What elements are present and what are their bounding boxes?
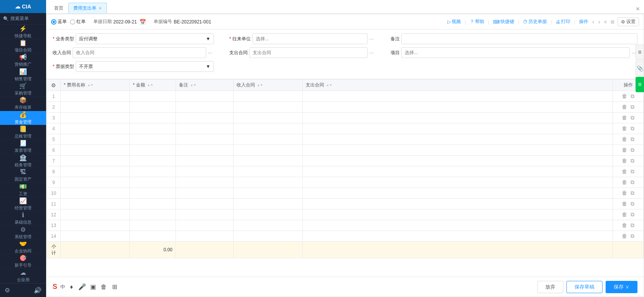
- cell-note[interactable]: [176, 209, 233, 220]
- cell-note[interactable]: [176, 134, 233, 145]
- row-copy-button[interactable]: ⧉: [629, 179, 636, 186]
- cell-expense-contract[interactable]: [303, 220, 613, 231]
- col-header-income-contract[interactable]: 收入合同 ▲▼: [233, 80, 303, 91]
- cell-income-contract[interactable]: [233, 166, 303, 177]
- cell-name[interactable]: [61, 156, 130, 166]
- green-tab-button[interactable]: ≡: [636, 77, 644, 92]
- cell-note[interactable]: [176, 177, 233, 188]
- invoice-type-select[interactable]: 不开票 ▼: [76, 61, 214, 72]
- cell-expense-contract[interactable]: [303, 102, 613, 113]
- cell-amount[interactable]: [130, 209, 176, 220]
- row-copy-button[interactable]: ⧉: [629, 114, 636, 121]
- cell-note[interactable]: [176, 188, 233, 199]
- cell-income-contract[interactable]: [233, 177, 303, 188]
- cell-income-contract[interactable]: [233, 102, 303, 113]
- cell-name[interactable]: [61, 177, 130, 188]
- row-copy-button[interactable]: ⧉: [629, 93, 636, 100]
- nav-next-button[interactable]: ›: [598, 18, 600, 25]
- row-copy-button[interactable]: ⧉: [629, 125, 636, 132]
- video-button[interactable]: ▷ 视频: [447, 18, 461, 25]
- tool-mic-icon[interactable]: 🎤: [78, 282, 87, 292]
- row-delete-button[interactable]: 🗑: [621, 168, 628, 174]
- row-copy-button[interactable]: ⧉: [629, 211, 636, 218]
- row-copy-button[interactable]: ⧉: [629, 136, 636, 143]
- blue-radio[interactable]: 蓝单: [51, 18, 67, 25]
- cell-name[interactable]: [61, 113, 130, 123]
- col-header-amount[interactable]: * 金额 ▲▼: [130, 80, 176, 91]
- row-delete-button[interactable]: 🗑: [621, 93, 628, 99]
- row-delete-button[interactable]: 🗑: [621, 158, 628, 164]
- cell-name[interactable]: [61, 199, 130, 209]
- red-radio[interactable]: 红单: [70, 18, 86, 25]
- operations-button[interactable]: 操作: [579, 18, 588, 25]
- cell-note[interactable]: [176, 123, 233, 134]
- sidebar-item-invoice-mgmt[interactable]: 🧾 发票管理: [0, 139, 46, 154]
- save-button[interactable]: 保存 ∨: [606, 281, 637, 293]
- sidebar-item-purchase-mgmt[interactable]: 🛒 采购管理: [0, 82, 46, 96]
- row-delete-button[interactable]: 🗑: [621, 222, 628, 228]
- cell-name[interactable]: [61, 209, 130, 220]
- sidebar-item-fund-mgmt[interactable]: 💰 资金管理: [0, 111, 46, 125]
- cell-note[interactable]: [176, 145, 233, 156]
- cell-note[interactable]: [176, 199, 233, 209]
- cell-income-contract[interactable]: [233, 220, 303, 231]
- sidebar-search[interactable]: 🔍 搜索菜单: [0, 13, 46, 25]
- sidebar-item-fixed-assets[interactable]: 🏗 固定资产: [0, 168, 46, 183]
- help-button[interactable]: ？ 帮助: [470, 18, 484, 25]
- save-draft-button[interactable]: 保存草稿: [566, 281, 603, 293]
- row-copy-button[interactable]: ⧉: [629, 147, 636, 153]
- col-header-settings[interactable]: ⚙: [47, 80, 61, 91]
- tool-grid-icon[interactable]: ⊞: [110, 282, 119, 292]
- cell-expense-contract[interactable]: [303, 166, 613, 177]
- cell-expense-contract[interactable]: [303, 188, 613, 199]
- row-delete-button[interactable]: 🗑: [621, 104, 628, 110]
- tab-close-icon[interactable]: ✕: [99, 6, 102, 10]
- sidebar-item-salary[interactable]: 💵 工资: [0, 183, 46, 197]
- cell-expense-contract[interactable]: [303, 113, 613, 123]
- cell-note[interactable]: [176, 220, 233, 231]
- expense-contract-dots[interactable]: ···: [368, 50, 375, 56]
- cell-note[interactable]: [176, 166, 233, 177]
- row-copy-button[interactable]: ⧉: [629, 201, 636, 207]
- cell-amount[interactable]: [130, 113, 176, 123]
- cell-expense-contract[interactable]: [303, 145, 613, 156]
- row-delete-button[interactable]: 🗑: [621, 201, 628, 207]
- tool-diamond-icon[interactable]: ♦: [67, 282, 76, 292]
- cell-income-contract[interactable]: [233, 209, 303, 220]
- cell-amount[interactable]: [130, 188, 176, 199]
- cell-income-contract[interactable]: [233, 156, 303, 166]
- cell-note[interactable]: [176, 231, 233, 242]
- cell-income-contract[interactable]: [233, 134, 303, 145]
- row-delete-button[interactable]: 🗑: [621, 190, 628, 196]
- cell-amount[interactable]: [130, 231, 176, 242]
- row-copy-button[interactable]: ⧉: [629, 168, 636, 175]
- sidebar-item-new-guide[interactable]: 🎯 新手引导: [0, 254, 46, 269]
- cell-expense-contract[interactable]: [303, 209, 613, 220]
- row-copy-button[interactable]: ⧉: [629, 104, 636, 110]
- row-copy-button[interactable]: ⧉: [629, 222, 636, 229]
- col-header-note[interactable]: 备注 ▲▼: [176, 80, 233, 91]
- col-header-name[interactable]: * 费用名称 ▲▼: [61, 80, 130, 91]
- window-close-button[interactable]: ✕: [635, 6, 641, 12]
- sidebar-settings-icon[interactable]: ⚙: [5, 287, 10, 294]
- sidebar-item-enterprise[interactable]: 🤝 企业协同: [0, 240, 46, 254]
- cell-name[interactable]: [61, 220, 130, 231]
- tool-table-icon[interactable]: ▣: [88, 282, 98, 292]
- cell-expense-contract[interactable]: [303, 156, 613, 166]
- row-delete-button[interactable]: 🗑: [621, 136, 628, 142]
- sidebar-item-quick-nav[interactable]: ⚡ 快捷导航: [0, 25, 46, 39]
- cell-name[interactable]: [61, 188, 130, 199]
- settings-button[interactable]: ⚙ 设置: [618, 17, 639, 26]
- cell-name[interactable]: [61, 145, 130, 156]
- view-grid-button[interactable]: ⊞: [611, 19, 614, 25]
- shortcut-button[interactable]: ⌨ 快捷键: [493, 18, 514, 25]
- tool-delete-icon[interactable]: 🗑: [99, 282, 108, 292]
- cell-income-contract[interactable]: [233, 231, 303, 242]
- attach-button[interactable]: 📎: [636, 61, 644, 76]
- counterparty-input[interactable]: [252, 33, 368, 44]
- cell-income-contract[interactable]: [233, 113, 303, 123]
- row-copy-button[interactable]: ⧉: [629, 190, 636, 196]
- side-panel-toggle[interactable]: ≡: [636, 45, 644, 60]
- cell-note[interactable]: [176, 102, 233, 113]
- cell-name[interactable]: [61, 102, 130, 113]
